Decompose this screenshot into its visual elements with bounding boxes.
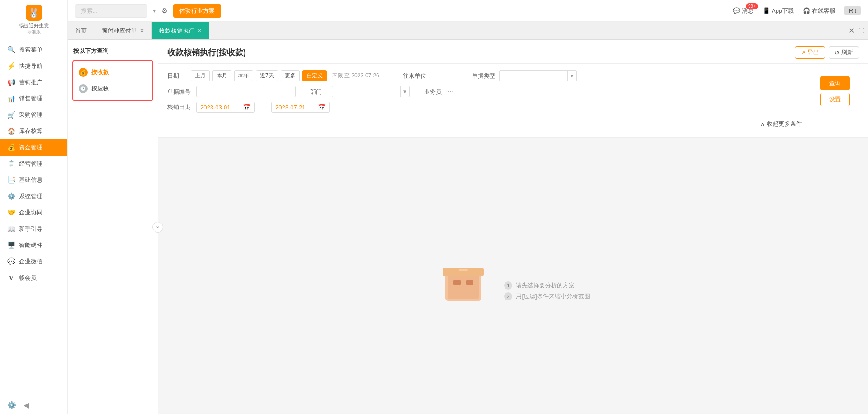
staff-dots[interactable]: ··· xyxy=(446,88,455,96)
collapse-sidebar-icon[interactable]: ◀ xyxy=(24,401,29,409)
verify-date-start-input[interactable] xyxy=(200,104,241,111)
tab-prepay-label: 预付冲应付单 xyxy=(102,27,137,35)
date-quick-buttons: 上月 本月 本年 近7天 更多 自定义 xyxy=(191,70,327,81)
doc-type-select[interactable]: ▾ xyxy=(499,70,577,81)
empty-hints: 1 请先选择要分析的方案 2 用[过滤]条件来缩小分析范围 xyxy=(504,281,590,303)
finance-icon: 💰 xyxy=(7,143,15,152)
app-name: 畅捷通好生意 xyxy=(19,22,49,29)
date-btn-more[interactable]: 更多 xyxy=(281,70,300,81)
filter-receivable-icon: 🕐 xyxy=(79,84,88,93)
collab-icon: 🤝 xyxy=(7,209,15,217)
tabbar-close-all-icon[interactable]: ✕ xyxy=(849,26,854,35)
date-btn-last-month[interactable]: 上月 xyxy=(191,70,210,81)
date-btn-this-year[interactable]: 本年 xyxy=(234,70,253,81)
sidebar-item-member[interactable]: V 畅会员 xyxy=(0,270,67,286)
filter-by-receipt-label: 按收款 xyxy=(91,68,109,76)
dept-select[interactable]: ▾ xyxy=(332,86,410,97)
sidebar-item-collab[interactable]: 🤝 企业协同 xyxy=(0,205,67,221)
sidebar-item-inventory[interactable]: 🏠 库存核算 xyxy=(0,123,67,139)
verify-date-start-cal-icon[interactable]: 📅 xyxy=(243,104,250,111)
export-icon: ↗ xyxy=(801,49,806,56)
date-btn-7days[interactable]: 近7天 xyxy=(256,70,278,81)
dept-arrow[interactable]: ▾ xyxy=(400,86,409,97)
user-profile[interactable]: Rit xyxy=(844,6,861,15)
collapse-more-btn[interactable]: ∧ 收起更多条件 xyxy=(167,117,811,131)
sidebar-logo: 🐰 畅捷通好生意 标准版 xyxy=(0,0,67,39)
sidebar-item-label: 基础信息 xyxy=(19,176,42,184)
filter-by-receipt[interactable]: 💰 按收款 xyxy=(73,64,152,81)
filter-row-1: 日期 上月 本月 本年 近7天 更多 自定义 不限 至 2023-07-26 xyxy=(167,70,811,81)
sidebar-item-basic-info[interactable]: 📑 基础信息 xyxy=(0,172,67,188)
member-icon: V xyxy=(7,274,15,282)
sidebar-item-label: 智能硬件 xyxy=(19,241,42,249)
service-button[interactable]: 🎧 在线客服 xyxy=(803,7,835,15)
topbar-search-box: 搜索... xyxy=(75,4,147,18)
tabbar-right: ✕ ⛶ xyxy=(845,26,868,35)
sidebar-item-purchase[interactable]: 🛒 采购管理 xyxy=(0,107,67,123)
tab-collection-label: 收款核销执行 xyxy=(159,27,194,35)
verify-date-end-wrap: 📅 xyxy=(271,102,330,113)
refresh-icon: ↺ xyxy=(835,49,840,56)
sidebar-item-operation[interactable]: 📋 经营管理 xyxy=(0,156,67,172)
sidebar-item-search[interactable]: 🔍 搜索菜单 xyxy=(0,42,67,58)
export-button[interactable]: ↗ 导出 xyxy=(795,46,825,59)
doc-type-label: 单据类型 xyxy=(472,72,495,80)
doc-no-label: 单据编号 xyxy=(167,88,191,96)
tabbar-expand-icon[interactable]: ⛶ xyxy=(858,27,864,34)
counterpart-label: 往来单位 xyxy=(403,72,426,80)
settings-bottom-icon[interactable]: ⚙️ xyxy=(7,401,16,409)
sidebar-item-wechat[interactable]: 💬 企业微信 xyxy=(0,253,67,270)
page-title: 收款核销执行(按收款) xyxy=(167,47,246,58)
empty-state: 1 请先选择要分析的方案 2 用[过滤]条件来缩小分析范围 xyxy=(158,138,868,414)
marketing-icon: 📢 xyxy=(7,78,15,86)
staff-label: 业务员 xyxy=(424,88,442,96)
filter-by-receivable[interactable]: 🕐 按应收 xyxy=(73,81,152,97)
filter-sidebar-collapse-btn[interactable]: » xyxy=(152,222,163,233)
solution-button[interactable]: 体验行业方案 xyxy=(173,4,221,18)
page-content: 按以下方查询 » 💰 按收款 🕐 按应收 收款核销执行(按收款) xyxy=(68,40,868,414)
topbar-right-actions: 💬 消息 99+ 📱 App下载 🎧 在线客服 Rit xyxy=(733,6,861,15)
topbar-dropdown-icon[interactable]: ▾ xyxy=(153,7,156,14)
sidebar-item-guide[interactable]: 📖 新手引导 xyxy=(0,221,67,237)
sidebar-item-label: 新手引导 xyxy=(19,225,42,233)
app-download-button[interactable]: 📱 App下载 xyxy=(763,7,794,15)
refresh-button[interactable]: ↺ 刷新 xyxy=(829,46,859,59)
sidebar-item-system[interactable]: ⚙️ 系统管理 xyxy=(0,188,67,205)
tab-prepay-close[interactable]: ✕ xyxy=(140,28,144,34)
empty-hint-2: 2 用[过滤]条件来缩小分析范围 xyxy=(504,292,590,300)
hint-num-2: 2 xyxy=(504,292,512,300)
operation-icon: 📋 xyxy=(7,160,15,168)
filter-sidebar-title: 按以下方查询 xyxy=(68,45,158,60)
tab-prepay[interactable]: 预付冲应付单 ✕ xyxy=(94,22,152,39)
counterpart-dots[interactable]: ··· xyxy=(430,72,439,80)
dept-input[interactable] xyxy=(332,86,400,97)
tab-home-label: 首页 xyxy=(75,27,87,35)
doc-type-input[interactable] xyxy=(500,71,567,81)
sidebar-item-label: 企业协同 xyxy=(19,209,42,217)
settings-button[interactable]: 设置 xyxy=(820,93,850,106)
tab-collection-close[interactable]: ✕ xyxy=(197,28,202,34)
sidebar-item-quick-nav[interactable]: ⚡ 快捷导航 xyxy=(0,58,67,74)
date-range-dash: — xyxy=(260,104,266,111)
sales-icon: 📊 xyxy=(7,95,15,103)
message-button[interactable]: 💬 消息 99+ xyxy=(733,7,754,15)
sidebar-item-label: 经营管理 xyxy=(19,160,42,168)
sidebar-item-sales[interactable]: 📊 销售管理 xyxy=(0,90,67,107)
hardware-icon: 🖥️ xyxy=(7,241,15,249)
tab-home[interactable]: 首页 xyxy=(68,22,94,39)
sidebar-item-finance[interactable]: 💰 资金管理 xyxy=(0,139,67,156)
verify-date-end-cal-icon[interactable]: 📅 xyxy=(318,104,326,111)
verify-date-end-input[interactable] xyxy=(275,104,316,111)
date-btn-this-month[interactable]: 本月 xyxy=(212,70,231,81)
tab-collection[interactable]: 收款核销执行 ✕ xyxy=(152,22,209,39)
sidebar-item-marketing[interactable]: 📢 营销推广 xyxy=(0,74,67,90)
doc-type-arrow[interactable]: ▾ xyxy=(567,71,576,81)
date-btn-custom[interactable]: 自定义 xyxy=(302,70,327,81)
svg-rect-5 xyxy=(459,269,468,271)
doc-no-input[interactable] xyxy=(196,86,296,97)
purchase-icon: 🛒 xyxy=(7,111,15,119)
message-icon: 💬 xyxy=(733,7,740,14)
topbar-gear-icon[interactable]: ⚙ xyxy=(161,6,168,15)
sidebar-item-hardware[interactable]: 🖥️ 智能硬件 xyxy=(0,237,67,253)
query-button[interactable]: 查询 xyxy=(820,76,850,90)
